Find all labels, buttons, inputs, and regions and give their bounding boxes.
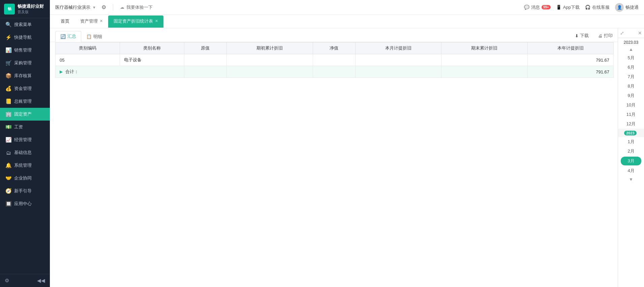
year-badge: 2023 <box>624 131 636 135</box>
detail-tab-label: 明细 <box>93 34 102 40</box>
topbar-settings-icon[interactable]: ⚙ <box>101 4 106 10</box>
tab-asset-management[interactable]: 资产管理 ✕ <box>75 15 108 28</box>
topbar: 医疗器械行业演示 ▼ ⚙ ☁ 我要体验一下 💬 消息 99+ 📱 App下载 🎧… <box>50 0 644 15</box>
summary-ending-accum <box>441 66 527 78</box>
download-label: App下载 <box>563 4 580 10</box>
sub-tab-summary[interactable]: 🔄 汇总 <box>55 31 81 42</box>
download-toolbar-icon: ⬇ <box>575 33 579 38</box>
month-item-6[interactable]: 6月 <box>618 63 644 72</box>
sidebar-item-cooperation[interactable]: 🤝 企业协同 <box>0 172 50 185</box>
month-item-11[interactable]: 11月 <box>618 110 644 119</box>
table-header: 类别编码 类别名称 原值 期初累计折旧 净值 本月计提折旧 期末累计折旧 本年计… <box>56 42 614 54</box>
tab-depreciation-label: 固定资产折旧统计表 <box>114 18 153 24</box>
col-header-ending-accum: 期末累计折旧 <box>441 42 527 54</box>
month-item-1[interactable]: 1月 <box>618 137 644 147</box>
service-button[interactable]: 🎧 在线客服 <box>585 4 610 10</box>
sidebar: 畅 畅捷通好业财 普及版 🔍 搜索菜单 ⚡ 快捷导航 📊 销售管理 🛒 采购管理… <box>0 0 50 287</box>
summary-monthly-dep <box>355 66 441 78</box>
detail-tab-icon: 📋 <box>86 34 92 39</box>
cooperation-icon: 🤝 <box>5 175 11 181</box>
sales-icon: 📊 <box>5 47 11 53</box>
company-dropdown-arrow: ▼ <box>92 5 96 9</box>
user-profile[interactable]: 👤 畅捷通 <box>615 3 639 12</box>
quick-nav-icon: ⚡ <box>5 34 11 40</box>
sub-tab-detail[interactable]: 📋 明细 <box>81 31 107 42</box>
sidebar-item-funds[interactable]: 💰 资金管理 <box>0 82 50 95</box>
expand-icon[interactable]: ⤢ <box>620 30 624 36</box>
print-label: 打印 <box>604 33 613 39</box>
month-item-2[interactable]: 2月 <box>618 147 644 156</box>
logo-text: 畅捷通好业财 普及版 <box>18 3 44 14</box>
sidebar-logo: 畅 畅捷通好业财 普及版 <box>0 0 50 18</box>
scroll-down-icon[interactable]: ▼ <box>618 176 644 183</box>
funds-icon: 💰 <box>5 86 11 92</box>
collapse-icon[interactable]: ◀◀ <box>37 278 45 284</box>
download-button[interactable]: ⬇ 下载 <box>572 31 591 40</box>
sidebar-item-system[interactable]: 🔔 系统管理 <box>0 159 50 172</box>
system-icon: 🔔 <box>5 162 11 168</box>
col-header-annual-dep: 本年计提折旧 <box>527 42 613 54</box>
ledger-icon: 📒 <box>5 98 11 104</box>
table-body: 05 电子设备 791.67 ▶ 合计： <box>56 54 614 78</box>
sub-tabs: 🔄 汇总 📋 明细 ⬇ 下载 🖨 打印 ↻ 刷新 <box>50 28 644 42</box>
settings-footer-icon[interactable]: ⚙ <box>5 278 9 284</box>
sidebar-item-search[interactable]: 🔍 搜索菜单 <box>0 18 50 31</box>
download-toolbar-label: 下载 <box>580 33 589 39</box>
logo-subtitle: 普及版 <box>18 9 44 14</box>
month-item-7[interactable]: 7月 <box>618 72 644 82</box>
right-panel: ⤢ ✕ 2023.03 ▲ 5月 6月 7月 8月 9月 10月 11月 12月… <box>618 28 644 287</box>
sidebar-item-guide[interactable]: 🧭 新手引导 <box>0 185 50 197</box>
month-item-8[interactable]: 8月 <box>618 82 644 91</box>
table-row[interactable]: 05 电子设备 791.67 <box>56 54 614 66</box>
summary-row: ▶ 合计： 791.67 <box>56 66 614 78</box>
tab-home[interactable]: 首页 <box>55 15 75 28</box>
sidebar-item-general-ledger[interactable]: 📒 总账管理 <box>0 95 50 108</box>
payroll-icon: 💵 <box>5 124 11 130</box>
tab-asset-label: 资产管理 <box>80 18 98 24</box>
month-item-5[interactable]: 5月 <box>618 53 644 63</box>
sidebar-item-payroll[interactable]: 💵 工资 <box>0 121 50 133</box>
trial-button[interactable]: ☁ 我要体验一下 <box>120 4 153 10</box>
month-item-12[interactable]: 12月 <box>618 119 644 129</box>
tab-depreciation-table[interactable]: 固定资产折旧统计表 ✕ <box>108 15 163 28</box>
sidebar-item-sales[interactable]: 📊 销售管理 <box>0 44 50 57</box>
scroll-up-icon[interactable]: ▲ <box>618 45 644 53</box>
summary-net-value <box>313 66 355 78</box>
purchase-icon: 🛒 <box>5 60 11 66</box>
sidebar-item-operations[interactable]: 📈 经营管理 <box>0 133 50 146</box>
month-item-3-current[interactable]: 3月 <box>621 157 641 165</box>
summary-beginning-accum <box>227 66 313 78</box>
company-selector[interactable]: 医疗器械行业演示 ▼ <box>55 4 96 10</box>
trial-label: 我要体验一下 <box>126 4 153 10</box>
sidebar-item-basic-info[interactable]: 🗂 基础信息 <box>0 146 50 159</box>
user-name: 畅捷通 <box>625 4 639 10</box>
download-icon: 📱 <box>556 5 561 10</box>
summary-annual-dep: 791.67 <box>527 66 613 78</box>
summary-tab-label: 汇总 <box>67 33 76 39</box>
col-header-monthly-dep: 本月计提折旧 <box>355 42 441 54</box>
app-center-icon: 🔲 <box>5 201 11 207</box>
sidebar-item-fixed-assets[interactable]: 🏢 固定资产 <box>0 108 50 121</box>
month-item-9[interactable]: 9月 <box>618 91 644 100</box>
month-item-10[interactable]: 10月 <box>618 100 644 110</box>
service-label: 在线客服 <box>592 4 610 10</box>
sidebar-item-app-center[interactable]: 🔲 应用中心 <box>0 197 50 210</box>
right-panel-close-icon[interactable]: ✕ <box>638 30 642 36</box>
sidebar-item-quick-nav[interactable]: ⚡ 快捷导航 <box>0 31 50 44</box>
sidebar-item-inventory[interactable]: 📦 库存核算 <box>0 69 50 82</box>
cell-net-value <box>313 54 355 66</box>
tab-depreciation-close-icon[interactable]: ✕ <box>155 19 158 23</box>
right-panel-date-label: 2023.03 <box>618 38 644 45</box>
tab-asset-close-icon[interactable]: ✕ <box>100 19 103 23</box>
inventory-icon: 📦 <box>5 73 11 79</box>
cell-beginning-accum <box>227 54 313 66</box>
sidebar-item-purchase[interactable]: 🛒 采购管理 <box>0 57 50 69</box>
notification-button[interactable]: 💬 消息 99+ <box>524 4 551 10</box>
search-icon: 🔍 <box>5 22 11 28</box>
print-button[interactable]: 🖨 打印 <box>595 31 615 40</box>
summary-tab-icon: 🔄 <box>60 34 66 39</box>
logo-title: 畅捷通好业财 <box>18 3 44 9</box>
download-button[interactable]: 📱 App下载 <box>556 4 580 10</box>
month-item-4[interactable]: 4月 <box>618 166 644 176</box>
logo-icon: 畅 <box>4 4 15 14</box>
